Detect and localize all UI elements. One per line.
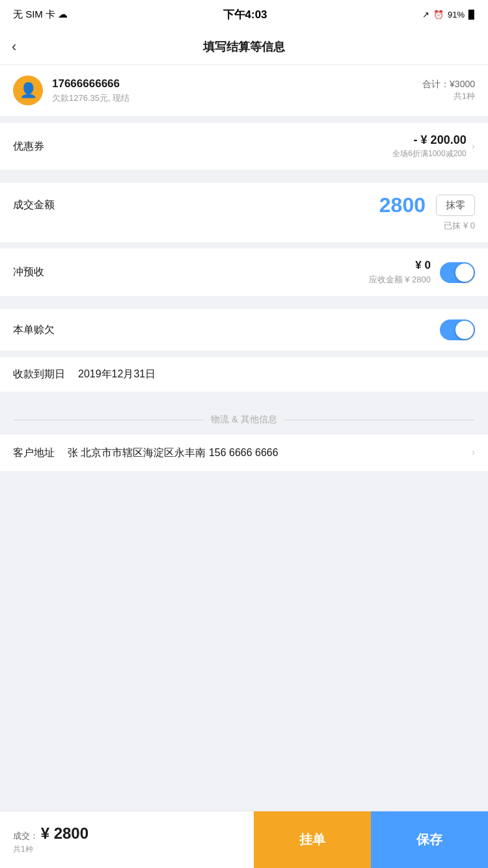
prepay-sub: 应收金额 ¥ 2800 (369, 274, 431, 286)
debt-row: 本单赊欠 (13, 319, 475, 340)
customer-right: 合计：¥3000 共1种 (422, 79, 475, 102)
prepay-amount: ¥ 0 (369, 259, 431, 272)
debt-toggle-knob (455, 321, 474, 339)
due-date-row: 收款到期日 2019年12月31日 (13, 368, 475, 381)
address-value: 张 北京市市辖区海淀区永丰南 156 6666 6666 (68, 445, 465, 461)
logistics-header: 物流 & 其他信息 (0, 405, 488, 435)
deal-label-text: 成交： (13, 831, 38, 841)
prepay-toggle[interactable] (440, 262, 475, 283)
due-date-value: 2019年12月31日 (78, 368, 156, 381)
deal-amount-right: 2800 抹零 (379, 193, 475, 217)
prepay-label: 冲预收 (13, 265, 44, 279)
bottom-space (0, 478, 488, 491)
save-button[interactable]: 保存 (371, 811, 488, 868)
prepay-right: ¥ 0 应收金额 ¥ 2800 (369, 259, 475, 286)
debt-label: 本单赊欠 (13, 323, 55, 337)
prepay-values: ¥ 0 应收金额 ¥ 2800 (369, 259, 431, 286)
total-count: 共1种 (422, 90, 475, 102)
bottom-bar: 成交： ¥ 2800 共1种 挂单 保存 (0, 811, 488, 868)
separator-3 (0, 398, 488, 405)
round-button[interactable]: 抹零 (436, 195, 475, 216)
address-row: 客户地址 张 北京市市辖区海淀区永丰南 156 6666 6666 › (13, 445, 475, 461)
bottom-deal-label: 成交： ¥ 2800 (13, 824, 241, 843)
address-chevron-icon: › (472, 445, 475, 458)
address-label: 客户地址 (13, 445, 55, 460)
prepay-toggle-knob (455, 264, 474, 282)
customer-phone: 17666666666 (52, 77, 129, 90)
status-time: 下午4:03 (223, 7, 267, 22)
battery-label: 91% (448, 10, 465, 20)
logistics-line-right (285, 420, 475, 420)
debt-toggle[interactable] (440, 319, 475, 340)
pending-button[interactable]: 挂单 (254, 811, 371, 868)
deal-amount-sub: 已抹 ¥ 0 (13, 220, 475, 232)
address-section[interactable]: 客户地址 张 北京市市辖区海淀区永丰南 156 6666 6666 › (0, 435, 488, 471)
bottom-count: 共1种 (13, 844, 241, 855)
nav-title: 填写结算等信息 (203, 39, 285, 55)
coupon-label: 优惠券 (13, 140, 44, 154)
deal-amount-label: 成交金额 (13, 198, 55, 212)
deal-amount-row: 成交金额 2800 抹零 (13, 193, 475, 217)
due-date-section: 收款到期日 2019年12月31日 (0, 357, 488, 392)
customer-section: 👤 17666666666 欠款1276.35元, 现结 合计：¥3000 共1… (0, 65, 488, 116)
coupon-amount: - ¥ 200.00 (392, 133, 466, 147)
deal-amount-value: 2800 (379, 193, 426, 217)
location-icon: ↗ (422, 10, 429, 20)
bottom-actions: 挂单 保存 (254, 811, 488, 868)
coupon-info: - ¥ 200.00 全场6折满1000减200 (392, 133, 466, 159)
bottom-info: 成交： ¥ 2800 共1种 (0, 824, 254, 855)
total-label: 合计：¥3000 (422, 79, 475, 90)
content: 👤 17666666666 欠款1276.35元, 现结 合计：¥3000 共1… (0, 65, 488, 549)
sim-label: 无 SIM 卡 ☁ (13, 8, 68, 21)
clock-icon: ⏰ (433, 10, 444, 20)
logistics-line-left (13, 420, 203, 420)
battery-icon: ▉ (468, 10, 475, 20)
coupon-right: - ¥ 200.00 全场6折满1000减200 › (392, 133, 475, 159)
customer-debt: 欠款1276.35元, 现结 (52, 92, 129, 104)
deal-amount-section: 成交金额 2800 抹零 已抹 ¥ 0 (0, 183, 488, 242)
bottom-amount: ¥ 2800 (41, 824, 88, 842)
separator-1 (0, 176, 488, 183)
due-date-label: 收款到期日 (13, 368, 65, 381)
nav-bar: ‹ 填写结算等信息 (0, 29, 488, 65)
logistics-title: 物流 & 其他信息 (211, 414, 277, 426)
status-left: 无 SIM 卡 ☁ (13, 8, 68, 21)
coupon-section[interactable]: 优惠券 - ¥ 200.00 全场6折满1000减200 › (0, 122, 488, 170)
status-bar: 无 SIM 卡 ☁ 下午4:03 ↗ ⏰ 91% ▉ (0, 0, 488, 29)
separator-2 (0, 303, 488, 309)
prepay-row: 冲预收 ¥ 0 应收金额 ¥ 2800 (13, 259, 475, 286)
status-right: ↗ ⏰ 91% ▉ (422, 10, 475, 20)
prepay-section: 冲预收 ¥ 0 应收金额 ¥ 2800 (0, 249, 488, 296)
debt-section: 本单赊欠 (0, 309, 488, 351)
customer-info: 17666666666 欠款1276.35元, 现结 (52, 77, 129, 104)
avatar: 👤 (13, 75, 43, 105)
coupon-chevron-icon: › (472, 141, 475, 152)
customer-left: 👤 17666666666 欠款1276.35元, 现结 (13, 75, 129, 105)
coupon-desc: 全场6折满1000减200 (392, 148, 466, 159)
back-button[interactable]: ‹ (12, 38, 16, 55)
